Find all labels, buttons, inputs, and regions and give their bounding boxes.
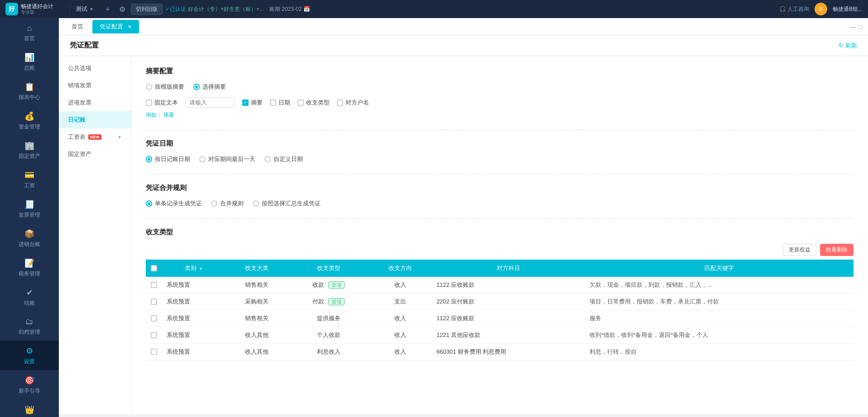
update-equity-button[interactable]: 更新权益 (783, 244, 816, 256)
add-button[interactable]: ＋ (102, 3, 114, 15)
nav-item-fixed-assets[interactable]: 固定资产 (59, 146, 131, 163)
sidebar-label: 首页 (24, 35, 35, 43)
checkbox-income-type[interactable]: 收支类型 (297, 99, 330, 107)
cell-keywords: 利息，行转，按自 (585, 344, 854, 360)
sidebar-label: 税务管理 (19, 270, 40, 278)
sidebar-item-archive[interactable]: 🗂 归档管理 (0, 312, 59, 341)
summary-radio-group: 按模版摘要 选择摘要 (146, 83, 854, 91)
sidebar: ⌂ 首页 📊 总账 📋 报表中心 💰 资金管理 🏢 固定资产 💳 工资 🧾 发票… (0, 18, 59, 417)
checkbox-counterpart-name[interactable]: 对方户名 (337, 99, 369, 107)
sidebar-item-funds[interactable]: 💰 资金管理 (0, 106, 59, 135)
row-checkbox[interactable] (151, 332, 157, 338)
sidebar-item-guide[interactable]: 🎯 新手引导 (0, 370, 59, 399)
env-selector[interactable]: 测试 ▼ (76, 5, 94, 13)
tab-bar: 首页 凭证配置 ✕ — □ (59, 18, 868, 35)
sidebar-item-salary[interactable]: 💳 工资 (0, 165, 59, 194)
table-header-actions: 更新权益 批量删除 (146, 244, 854, 256)
cell-account: 1122 应收账款 (432, 277, 585, 294)
invoice-icon: 🧾 (24, 199, 34, 209)
col-major: 收支大类 (225, 260, 288, 277)
row-checkbox[interactable] (151, 299, 157, 305)
sidebar-item-close[interactable]: ✔ 结账 (0, 282, 59, 312)
divider (146, 174, 854, 175)
radio-single-record[interactable]: 单条记录生成凭证 (146, 199, 202, 208)
reset-tag[interactable]: 置顶 (328, 298, 345, 305)
cell-category: 系统预置 (162, 277, 225, 294)
sidebar-item-tax[interactable]: 📝 税务管理 (0, 253, 59, 282)
maximize-icon[interactable]: □ (859, 23, 863, 30)
batch-delete-button[interactable]: 批量删除 (820, 244, 854, 256)
sidebar-item-ledger[interactable]: 📊 总账 (0, 47, 59, 76)
cell-major: 收入其他 (225, 344, 288, 360)
checkbox-summary[interactable]: ✓ 摘要 (242, 99, 263, 107)
col-category: 类别 ∨ (162, 260, 225, 277)
date-radio-group: 按日记账日期 对应期间最后一天 自定义日期 (146, 155, 854, 163)
row-checkbox[interactable] (151, 349, 157, 355)
home-icon: ⌂ (27, 24, 32, 33)
checkbox-fixed-text[interactable]: 固定文本 (146, 99, 178, 107)
table-row: 系统预置 收入其他 个人收款 收入 1221 其他应收款 收到*借款，收到*备用… (146, 327, 854, 344)
sidebar-item-assets[interactable]: 🏢 固定资产 (0, 135, 59, 165)
sidebar-item-settings[interactable]: ⚙ 设置 (0, 341, 59, 370)
radio-custom-date[interactable]: 自定义日期 (264, 155, 303, 163)
cell-category: 系统预置 (162, 310, 225, 327)
cell-major: 销售相关 (225, 277, 288, 294)
sidebar-item-invoice[interactable]: 🧾 发票管理 (0, 194, 59, 223)
cell-type: 利息收入 (288, 344, 369, 360)
table-row: 系统预置 采购相关 付款 置顶 支出 2202 应付账款 项目，日常费用，报销款… (146, 294, 854, 310)
ledger-icon: 📊 (24, 52, 34, 62)
page-header: 凭证配置 ↻ 刷新 (59, 35, 868, 56)
cell-keywords: 项目，日常费用，报销款，车费，承兑汇票，付款 (585, 294, 854, 310)
radio-select-summary[interactable]: 选择摘要 (193, 83, 226, 91)
fixed-text-input[interactable] (185, 97, 235, 108)
divider (146, 130, 854, 130)
settings-icon[interactable]: ⚙ (116, 3, 128, 15)
merge-section: 凭证合并规则 单条记录生成凭证 合并规则 按照选择汇总生成凭证 (146, 184, 854, 208)
radio-aggregate[interactable]: 按照选择汇总生成凭证 (253, 199, 321, 208)
nav-item-public[interactable]: 公共选项 (59, 60, 131, 77)
close-icon[interactable]: ✕ (128, 24, 132, 29)
radio-last-day[interactable]: 对应期间最后一天 (199, 155, 255, 163)
chevron-down-icon: ▼ (117, 135, 122, 140)
cell-direction: 支出 (369, 294, 432, 310)
sidebar-item-home[interactable]: ⌂ 首页 (0, 18, 59, 47)
radio-circle (211, 200, 217, 207)
new-badge: NEW (88, 134, 101, 140)
col-direction: 收支方向 (369, 260, 432, 277)
divider (70, 5, 70, 14)
table-row: 系统预置 收入其他 利息收入 收入 660301 财务费用 利息费用 利息，行转… (146, 344, 854, 360)
refresh-button[interactable]: ↻ 刷新 (839, 42, 857, 50)
nav-item-purchase-invoice[interactable]: 进项发票 (59, 94, 131, 111)
checkbox-date[interactable]: 日期 (270, 99, 290, 107)
minimize-icon[interactable]: — (850, 23, 856, 30)
tab-voucher-config[interactable]: 凭证配置 ✕ (92, 20, 139, 33)
sidebar-item-stock[interactable]: 📦 进销台账 (0, 223, 59, 253)
page-title: 凭证配置 (70, 41, 99, 50)
sidebar-label: 工资 (24, 182, 35, 190)
row-checkbox[interactable] (151, 315, 157, 322)
service-button[interactable]: 🎧 人工咨询 (779, 5, 809, 13)
cell-account: 1122 应收账款 (432, 310, 585, 327)
table-row: 系统预置 销售相关 收款 置顶 收入 1122 应收账款 欠款，现金，项目款，到… (146, 277, 854, 294)
sidebar-item-member[interactable]: 👑 畅会员 (0, 399, 59, 417)
radio-template-summary[interactable]: 按模版摘要 (146, 83, 184, 91)
headset-icon: 🎧 (779, 6, 786, 12)
reset-tag[interactable]: 置顶 (328, 281, 345, 289)
select-all-checkbox[interactable] (151, 265, 157, 271)
summary-checkbox-row: 固定文本 ✓ 摘要 日期 收支类型 (146, 97, 854, 108)
row-checkbox[interactable] (151, 282, 157, 288)
radio-by-date[interactable]: 按日记账日期 (146, 155, 190, 163)
radio-merge-rule[interactable]: 合并规则 (211, 199, 244, 208)
switch-version-button[interactable]: 切到旧版 (131, 4, 163, 15)
nav-item-sales-invoice[interactable]: 销项发票 (59, 77, 131, 94)
sidebar-item-reports[interactable]: 📋 报表中心 (0, 76, 59, 106)
cell-major: 收入其他 (225, 327, 288, 344)
tab-home[interactable]: 首页 (64, 20, 91, 33)
user-name: 畅捷通B组... (833, 5, 863, 13)
income-table: 类别 ∨ 收支大类 收支类型 收支方向 对方科目 匹配关键字 (146, 260, 854, 360)
assets-icon: 🏢 (24, 141, 34, 151)
nav-item-journal[interactable]: 日记账 (59, 111, 131, 128)
checkbox-box (146, 100, 152, 106)
nav-item-salary[interactable]: 工资表 NEW ▼ (59, 128, 131, 146)
income-section: 收支类型 更新权益 批量删除 类别 (146, 228, 854, 360)
